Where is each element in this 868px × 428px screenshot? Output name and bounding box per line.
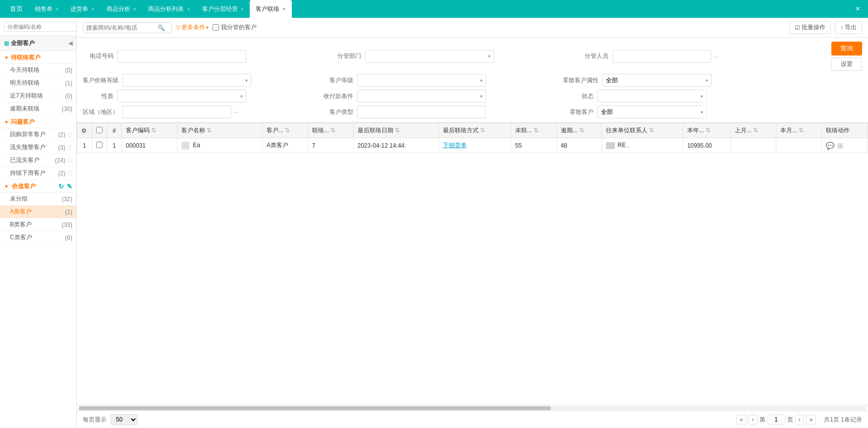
sort-date-icon: ⇅: [395, 127, 400, 134]
cell-last-method[interactable]: 下销货单: [438, 138, 511, 153]
sidebar-item-today[interactable]: 今天待联络 (0): [0, 64, 76, 77]
my-customers-checkbox[interactable]: [213, 24, 219, 31]
collapse-icon[interactable]: ◀: [68, 40, 72, 47]
close-tab-analysis[interactable]: ×: [133, 6, 136, 12]
table-area: ⚙ # 客户编码⇅ 客户名称⇅ 客户...⇅ 联络...⇅ 最后联络日期⇅ 最后…: [77, 123, 868, 405]
nav-tab-purchase[interactable]: 进货单 ×: [64, 0, 100, 18]
col-level[interactable]: 客户...⇅: [262, 123, 308, 138]
refresh-icon[interactable]: ↻: [58, 183, 64, 190]
sidebar-item-c-class[interactable]: C类客户 (6): [0, 231, 76, 244]
batch-ops-button[interactable]: ☑ 批量操作: [789, 21, 831, 34]
close-tab-analysis-list[interactable]: ×: [187, 6, 190, 12]
col-last-method[interactable]: 最后联络方式⇅: [438, 123, 511, 138]
nav-tab-analysis[interactable]: 商品分析 ×: [101, 0, 142, 18]
close-tab-customer-contact[interactable]: ×: [282, 6, 285, 12]
nav-tab-analysis-list[interactable]: 商品分析列表 ×: [142, 0, 196, 18]
group-arrow-problem: ▼: [4, 119, 9, 125]
col-overdue[interactable]: 逾期...⇅: [556, 123, 602, 138]
close-tab-sales[interactable]: ×: [55, 6, 58, 12]
filter-customer-level: 客户等级 ▾: [323, 74, 562, 87]
per-page-select[interactable]: 50 100 200: [110, 414, 138, 425]
category-search-input[interactable]: [4, 22, 77, 32]
nav-tab-sales[interactable]: 销售单 ×: [29, 0, 64, 18]
nature-label: 性质: [83, 92, 117, 101]
prev-page-button[interactable]: ‹: [749, 415, 758, 425]
page-number-input[interactable]: [767, 415, 785, 425]
my-customers-filter[interactable]: 我分管的客户: [213, 23, 257, 32]
close-all-button[interactable]: ×: [852, 4, 864, 13]
sidebar-item-repurchase-abnormal[interactable]: 回购异常客户 (2) ⓘ: [0, 128, 76, 141]
group-pending-contact[interactable]: ▼ 待联络客户: [0, 51, 76, 64]
sidebar-item-unclassified[interactable]: 未分组 (32): [0, 193, 76, 206]
close-tab-purchase[interactable]: ×: [91, 6, 94, 12]
region-dots-icon[interactable]: ···: [231, 108, 241, 116]
retail-customer-select[interactable]: 全部 ▾: [597, 106, 706, 118]
message-icon[interactable]: 💬: [826, 142, 834, 150]
table-header-row: ⚙ # 客户编码⇅ 客户名称⇅ 客户...⇅ 联络...⇅ 最后联络日期⇅ 最后…: [77, 123, 868, 138]
col-company-contact[interactable]: 往来单位联系人⇅: [602, 123, 683, 138]
region-input[interactable]: [122, 106, 231, 118]
group-problem-customers[interactable]: ▼ 问题客户: [0, 115, 76, 128]
manager-dots-icon[interactable]: ···: [711, 53, 721, 60]
customer-type-input[interactable]: [357, 106, 486, 118]
sort-this-month-icon: ⇅: [799, 127, 804, 134]
manager-input[interactable]: [612, 50, 711, 63]
col-uncontact[interactable]: 未联...⇅: [511, 123, 556, 138]
first-page-button[interactable]: «: [736, 415, 747, 425]
sidebar-item-churn-warning[interactable]: 流失预警客户 (3) ⓘ: [0, 141, 76, 154]
retail-attr-select[interactable]: 全部 ▾: [602, 74, 711, 87]
col-contact-count[interactable]: 联络...⇅: [308, 123, 353, 138]
retail-attr-label: 零散客户属性: [563, 76, 602, 85]
price-level-select[interactable]: ▾: [122, 74, 251, 87]
col-last-month[interactable]: 上月...⇅: [731, 123, 776, 138]
sidebar-item-a-class[interactable]: A类客户 (1): [0, 206, 76, 218]
sidebar-item-7days[interactable]: 近7天待联络 (0): [0, 90, 76, 103]
all-customers-header[interactable]: ⊞ 全部客户 ◀: [0, 36, 76, 51]
more-action-icon[interactable]: ⊞: [837, 142, 843, 150]
sidebar-item-overdue-contact[interactable]: 逾期未联络 (30): [0, 103, 76, 115]
scrollbar-thumb[interactable]: [79, 406, 551, 410]
sidebar: 🔍 ⊞ 全部客户 ◀ ▼ 待联络客户 今天待联络 (0) 明天待联络 (1) 近…: [0, 18, 77, 428]
col-name[interactable]: 客户名称⇅: [177, 123, 262, 138]
last-page-button[interactable]: »: [806, 415, 816, 425]
edit-group-icon[interactable]: ✎: [67, 183, 72, 190]
cell-overdue: 48: [556, 138, 602, 153]
dept-select[interactable]: ▾: [365, 50, 494, 63]
sidebar-item-b-class[interactable]: B类客户 (33): [0, 218, 76, 231]
filter-retail-customer: 零散客户 全部 ▾: [563, 106, 803, 118]
group-value-customers[interactable]: ▼ 价值客户 ↻ ✎: [0, 180, 76, 193]
col-checkbox[interactable]: [92, 123, 107, 138]
col-last-date[interactable]: 最后联络日期⇅: [353, 123, 438, 138]
customer-level-select[interactable]: ▾: [357, 74, 486, 87]
col-code[interactable]: 客户编码⇅: [122, 123, 177, 138]
filter-dept: 分管部门 ▾: [330, 50, 578, 63]
nav-tab-customer-contact[interactable]: 客户联络 ×: [250, 0, 291, 18]
sidebar-item-tomorrow[interactable]: 明天待联络 (1): [0, 77, 76, 90]
cell-checkbox[interactable]: [92, 138, 107, 153]
query-button[interactable]: 查询: [831, 42, 862, 55]
close-tab-customer-tier[interactable]: ×: [241, 6, 244, 12]
payment-select[interactable]: ▾: [357, 90, 486, 103]
info-icon-churn-warning: ⓘ: [67, 144, 72, 151]
settings-button[interactable]: 设置: [831, 57, 862, 71]
main-search-icon[interactable]: 🔍: [158, 24, 165, 31]
sidebar-item-declining[interactable]: 持续下滑客户 (2) ⓘ: [0, 167, 76, 180]
row-checkbox[interactable]: [96, 142, 103, 148]
select-all-checkbox[interactable]: [96, 127, 103, 133]
horizontal-scrollbar[interactable]: [77, 405, 868, 411]
nav-home[interactable]: 首页: [4, 0, 29, 18]
col-settings[interactable]: ⚙: [77, 123, 92, 138]
more-conditions-btn[interactable]: ▽ 更多条件 ▾: [176, 23, 209, 32]
col-year-amount[interactable]: 本年...⇅: [683, 123, 730, 138]
nav-tab-customer-tier[interactable]: 客户分层经营 ×: [196, 0, 250, 18]
filter-row-1: 电话号码 分管部门 ▾ 分管人员 ··· 查询 设置: [83, 42, 862, 71]
sidebar-item-churned[interactable]: 已流失客户 (24) ⓘ: [0, 154, 76, 167]
next-page-button[interactable]: ›: [795, 415, 804, 425]
status-select[interactable]: ▾: [597, 90, 706, 103]
phone-input[interactable]: [117, 50, 246, 63]
filter-manager: 分管人员 ···: [578, 50, 825, 63]
nature-select[interactable]: ▾: [117, 90, 246, 103]
main-search-input[interactable]: [86, 24, 156, 31]
export-button[interactable]: ↑ 导出: [835, 21, 862, 34]
col-this-month[interactable]: 本月...⇅: [776, 123, 821, 138]
